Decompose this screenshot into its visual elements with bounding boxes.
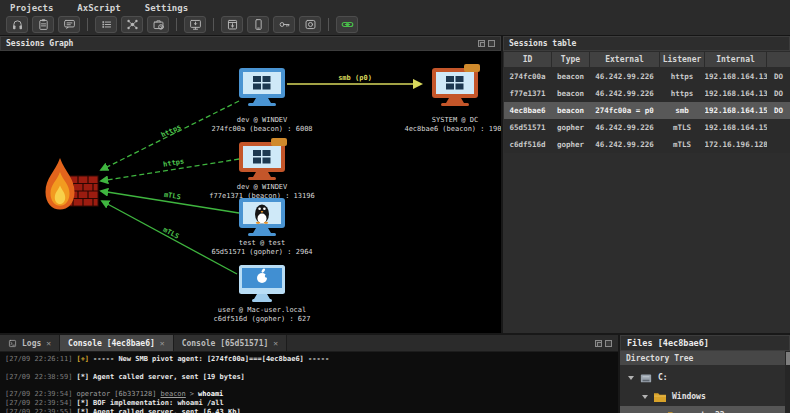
graph-node-f77e1371[interactable]: dev @ WINDEV f77e1371 (beacon) : 13196 — [209, 138, 314, 200]
sessions-graph-canvas[interactable]: smb (p0) https https mTLS — [0, 51, 501, 333]
console-line: [27/09 22:39:54][*]BOF implementation: w… — [5, 399, 613, 408]
toolbar-separator — [328, 18, 329, 31]
popout-icon[interactable] — [595, 340, 602, 347]
screenshot-icon — [304, 18, 317, 31]
chat-button[interactable] — [58, 16, 80, 33]
remote-screen-button[interactable] — [184, 16, 206, 33]
collapse-icon[interactable] — [488, 40, 495, 47]
col-internal[interactable]: Internal — [705, 52, 767, 68]
session-row-4ec8bae6[interactable]: 4ec8bae6beacon274fc00a = p0smb192.168.16… — [504, 102, 790, 119]
monitor-icon — [189, 18, 202, 31]
svg-text:c6df516d (gopher) : 627: c6df516d (gopher) : 627 — [214, 315, 311, 323]
headphones-icon — [11, 18, 24, 31]
console-tabbar: Logs ✕ Console [4ec8bae6] ✕ Console [65d… — [0, 335, 618, 352]
bottom-area: Logs ✕ Console [4ec8bae6] ✕ Console [65d… — [0, 333, 790, 413]
menu-projects[interactable]: Projects — [10, 3, 53, 13]
link-connected-icon — [340, 18, 355, 31]
svg-text:https: https — [163, 157, 185, 168]
caret-down-icon[interactable] — [628, 376, 634, 380]
sessions-table-header-row: ID Type External Listener Internal — [504, 52, 790, 68]
scrollbar-thumb[interactable] — [786, 352, 790, 365]
col-external[interactable]: External — [590, 52, 660, 68]
drive-icon — [639, 372, 653, 384]
console-line: [27/09 22:39:54]operator [6b337128]beaco… — [5, 390, 613, 399]
folder-icon — [667, 410, 681, 413]
session-row-c6df516d[interactable]: c6df516dgopher46.242.99.226mTLS172.16.19… — [504, 136, 790, 153]
col-id[interactable]: ID — [504, 52, 552, 68]
svg-text:test @ test: test @ test — [239, 239, 285, 247]
close-icon[interactable]: ✕ — [273, 339, 278, 348]
sessions-graph-title: Sessions Graph — [6, 39, 73, 48]
sessions-list-button[interactable] — [95, 16, 117, 33]
clipboard-icon — [37, 18, 50, 31]
files-panel-title: Files [4ec8bae6] — [627, 338, 709, 348]
tree-item-c-drive[interactable]: C: — [620, 368, 790, 387]
session-row-274fc00a[interactable]: 274fc00abeacon46.242.99.226https192.168.… — [504, 68, 790, 86]
tree-item-windows[interactable]: Windows — [620, 387, 790, 406]
svg-text:dev @ WINDEV: dev @ WINDEV — [237, 116, 288, 124]
col-domain[interactable] — [767, 52, 790, 68]
svg-text:https: https — [160, 123, 182, 139]
menubar: Projects AxScript Settings — [0, 0, 790, 14]
close-icon[interactable]: ✕ — [46, 339, 51, 348]
files-scrollbar[interactable] — [785, 351, 790, 413]
svg-text:user @ Mac-user.local: user @ Mac-user.local — [218, 306, 307, 314]
console-panel: Logs ✕ Console [4ec8bae6] ✕ Console [65d… — [0, 335, 620, 413]
session-row-f77e1371[interactable]: f77e1371beacon46.242.99.226https192.168.… — [504, 85, 790, 102]
graph-node-4ec8bae6[interactable]: SYSTEM @ DC 4ec8bae6 (beacon) : 1904 — [404, 64, 501, 133]
chat-icon — [63, 18, 76, 31]
downloads-button[interactable] — [221, 16, 243, 33]
col-type[interactable]: Type — [552, 52, 590, 68]
console-line: [27/09 22:39:55][*]Agent called server, … — [5, 408, 613, 413]
menu-axscript[interactable]: AxScript — [77, 3, 120, 13]
sessions-table-panel: Sessions table ID Type External Listener… — [503, 36, 790, 333]
sessions-table-title: Sessions table — [509, 39, 576, 48]
toolbar-separator — [176, 18, 177, 31]
caret-down-icon[interactable] — [642, 395, 648, 399]
graph-node-c6df516d[interactable]: user @ Mac-user.local c6df516d (gopher) … — [214, 265, 311, 323]
elevated-badge — [271, 138, 287, 146]
directory-tree-header[interactable]: Directory Tree — [620, 351, 790, 365]
sessions-graph-button[interactable] — [121, 16, 143, 33]
menu-settings[interactable]: Settings — [145, 3, 188, 13]
popout-icon[interactable] — [478, 40, 485, 47]
svg-text:mTLS: mTLS — [163, 191, 181, 202]
col-listener[interactable]: Listener — [660, 52, 705, 68]
svg-text:smb (p0): smb (p0) — [338, 74, 372, 82]
toolbar — [0, 14, 790, 36]
svg-text:dev @ WINDEV: dev @ WINDEV — [237, 183, 288, 191]
tab-console-4ec8bae6[interactable]: Console [4ec8bae6] ✕ — [60, 335, 174, 351]
edge-https-2: https — [101, 157, 239, 181]
console-line-blank — [5, 381, 613, 390]
sessions-graph-header: Sessions Graph — [0, 36, 501, 51]
console-output[interactable]: [27/09 22:26:11][+]----- New SMB pivot a… — [0, 352, 618, 413]
tab-logs[interactable]: Logs ✕ — [0, 335, 60, 351]
directory-tree: C: Windows system32 — [620, 365, 790, 413]
svg-text:65d51571 (gopher) : 2964: 65d51571 (gopher) : 2964 — [211, 248, 312, 256]
edge-mtls-2: mTLS — [102, 201, 237, 274]
briefcase-clock-icon — [152, 18, 165, 31]
screenshots-button[interactable] — [299, 16, 321, 33]
graph-node-65d51571[interactable]: test @ test 65d51571 (gopher) : 2964 — [211, 198, 312, 256]
box-download-icon — [226, 18, 239, 31]
close-icon[interactable]: ✕ — [160, 339, 165, 348]
console-line: [27/09 22:38:59][*]Agent called server, … — [5, 373, 613, 382]
tasks-button[interactable] — [32, 16, 54, 33]
sessions-table-empty-area — [503, 153, 790, 333]
tab-console-65d51571[interactable]: Console [65d51571] ✕ — [174, 335, 288, 351]
session-row-65d51571[interactable]: 65d51571gopher46.242.99.226mTLS192.168.1… — [504, 119, 790, 136]
connection-status-button[interactable] — [336, 16, 358, 33]
tree-item-system32[interactable]: system32 — [620, 406, 790, 413]
listeners-button[interactable] — [6, 16, 28, 33]
credentials-button[interactable] — [273, 16, 295, 33]
c2-client-window: Projects AxScript Settings Sessions Grap… — [0, 0, 790, 413]
graph-node-274fc00a[interactable]: dev @ WINDEV 274fc00a (beacon) : 6008 — [211, 68, 312, 133]
svg-text:274fc00a (beacon) : 6008: 274fc00a (beacon) : 6008 — [211, 125, 312, 133]
jobs-button[interactable] — [147, 16, 169, 33]
devices-button[interactable] — [247, 16, 269, 33]
list-icon — [100, 18, 113, 31]
elevated-badge — [464, 64, 480, 72]
sessions-table-header: Sessions table — [503, 36, 790, 51]
firewall-icon — [46, 158, 99, 210]
collapse-icon[interactable] — [605, 340, 612, 347]
